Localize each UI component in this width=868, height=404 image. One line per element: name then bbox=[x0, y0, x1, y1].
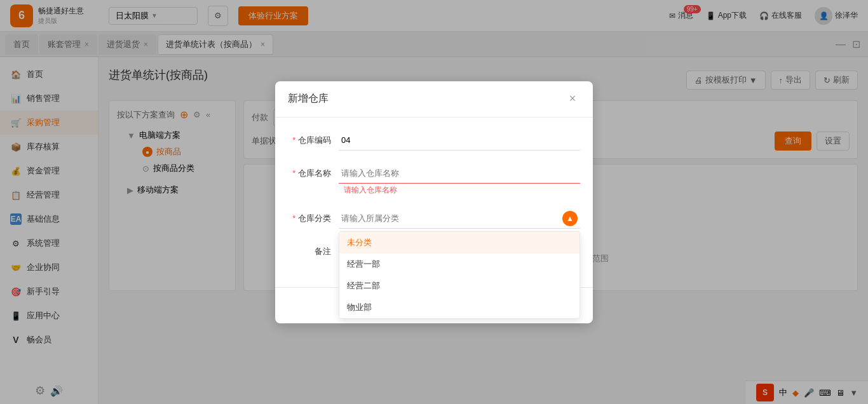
name-error-message: 请输入仓库名称 bbox=[344, 185, 397, 194]
form-row-code: 仓库编码 bbox=[288, 130, 580, 151]
modal-body: 仓库编码 仓库名称 请输入仓库名称 仓库分类 ▲ bbox=[275, 118, 593, 287]
modal-overlay: 新增仓库 × 仓库编码 仓库名称 请输入仓库名称 仓库分类 bbox=[0, 0, 868, 404]
modal-close-button[interactable]: × bbox=[565, 91, 580, 107]
dropdown-item-dept2[interactable]: 经营二部 bbox=[339, 275, 580, 297]
category-dropdown-toggle[interactable]: ▲ bbox=[562, 211, 578, 226]
dropdown-item-uncategorized[interactable]: 未分类 bbox=[339, 232, 580, 253]
chevron-up-icon: ▲ bbox=[566, 214, 574, 223]
category-dropdown: 未分类 经营一部 经营二部 物业部 bbox=[339, 231, 580, 319]
category-input[interactable] bbox=[339, 208, 580, 229]
modal-new-warehouse: 新增仓库 × 仓库编码 仓库名称 请输入仓库名称 仓库分类 bbox=[275, 81, 593, 323]
form-row-category: 仓库分类 ▲ 未分类 经营一部 经营二部 物业部 bbox=[288, 208, 580, 229]
dropdown-item-dept1[interactable]: 经营一部 bbox=[339, 253, 580, 275]
name-input[interactable] bbox=[339, 163, 580, 184]
form-row-name: 仓库名称 请输入仓库名称 bbox=[288, 163, 580, 196]
code-label: 仓库编码 bbox=[288, 130, 339, 151]
modal-title: 新增仓库 bbox=[288, 92, 329, 105]
category-label: 仓库分类 bbox=[288, 208, 339, 229]
modal-header: 新增仓库 × bbox=[275, 81, 593, 118]
name-error-wrap: 请输入仓库名称 bbox=[288, 185, 397, 196]
category-select-wrap: ▲ 未分类 经营一部 经营二部 物业部 bbox=[339, 208, 580, 229]
name-label: 仓库名称 bbox=[288, 163, 339, 184]
code-input[interactable] bbox=[339, 130, 580, 151]
dropdown-item-dept3[interactable]: 物业部 bbox=[339, 297, 580, 318]
remarks-label: 备注 bbox=[288, 241, 339, 262]
